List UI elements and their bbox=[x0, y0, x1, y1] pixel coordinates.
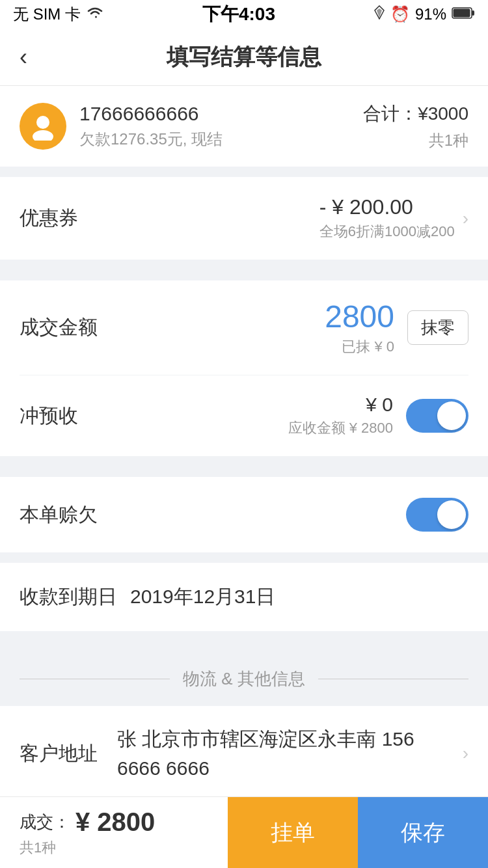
bottom-summary: 成交： ¥ 2800 共1种 bbox=[0, 807, 228, 858]
bottom-deal-label: 成交： bbox=[20, 811, 70, 834]
svg-rect-1 bbox=[472, 10, 474, 16]
svg-point-3 bbox=[36, 116, 49, 129]
total-label: 合计： bbox=[363, 103, 418, 124]
separator-4 bbox=[0, 631, 488, 642]
coupon-section[interactable]: 优惠券 - ¥ 200.00 全场6折满1000减200 › bbox=[0, 177, 488, 260]
prepay-value: ¥ 0 bbox=[288, 394, 393, 416]
bottom-bar: 成交： ¥ 2800 共1种 挂单 保存 bbox=[0, 796, 488, 868]
save-button[interactable]: 保存 bbox=[358, 797, 488, 869]
round-button[interactable]: 抹零 bbox=[407, 310, 468, 345]
rounded-desc: 已抹 ¥ 0 bbox=[325, 337, 394, 357]
total-amount: 合计：¥3000 bbox=[363, 102, 468, 126]
deal-amount-label: 成交金额 bbox=[20, 314, 98, 341]
battery-icon bbox=[452, 5, 475, 23]
prepay-label: 冲预收 bbox=[20, 403, 78, 429]
avatar bbox=[20, 103, 66, 150]
deal-amount-right: 2800 已抹 ¥ 0 抹零 bbox=[325, 299, 468, 357]
user-info: 17666666666 欠款1276.35元, 现结 bbox=[79, 103, 223, 150]
hang-order-button[interactable]: 挂单 bbox=[228, 797, 358, 869]
separator-3 bbox=[0, 552, 488, 563]
wifi-icon bbox=[86, 5, 104, 23]
main-content: 17666666666 欠款1276.35元, 现结 合计：¥3000 共1种 … bbox=[0, 86, 488, 868]
back-button[interactable]: ‹ bbox=[20, 44, 59, 71]
coupon-label: 优惠券 bbox=[20, 205, 78, 232]
user-debt: 欠款1276.35元, 现结 bbox=[79, 129, 223, 150]
status-time: 下午4:03 bbox=[202, 2, 275, 27]
coupon-value: - ¥ 200.00 bbox=[319, 195, 455, 219]
coupon-chevron-icon: › bbox=[463, 208, 468, 229]
logistics-line-right bbox=[318, 679, 468, 679]
nav-bar: ‹ 填写结算等信息 bbox=[0, 29, 488, 86]
duedate-value: 2019年12月31日 bbox=[130, 584, 275, 610]
alarm-icon: ⏰ bbox=[390, 5, 410, 23]
baoqian-row: 本单赊欠 bbox=[20, 477, 468, 552]
baoqian-label: 本单赊欠 bbox=[20, 502, 98, 528]
logistics-header: 物流 & 其他信息 bbox=[0, 652, 488, 706]
prepay-amount-area: ¥ 0 应收金额 ¥ 2800 bbox=[288, 394, 393, 438]
svg-rect-2 bbox=[453, 9, 470, 18]
location-icon bbox=[373, 5, 385, 23]
separator-1 bbox=[0, 270, 488, 280]
coupon-desc: 全场6折满1000减200 bbox=[319, 222, 455, 241]
sim-status: 无 SIM 卡 bbox=[13, 4, 81, 25]
address-label: 客户地址 bbox=[20, 740, 104, 767]
coupon-value-area: - ¥ 200.00 全场6折满1000减200 bbox=[319, 195, 455, 241]
address-section[interactable]: 客户地址 张 北京市市辖区海淀区永丰南 156 6666 6666 › bbox=[0, 706, 488, 801]
status-left: 无 SIM 卡 bbox=[13, 4, 104, 25]
logistics-line-left bbox=[20, 679, 170, 679]
baoqian-toggle-thumb bbox=[437, 500, 466, 529]
logistics-label: 物流 & 其他信息 bbox=[183, 668, 305, 690]
prepay-row: 冲预收 ¥ 0 应收金额 ¥ 2800 bbox=[20, 375, 468, 456]
total-count: 共1种 bbox=[363, 130, 468, 151]
duedate-label: 收款到期日 bbox=[20, 584, 117, 610]
user-left: 17666666666 欠款1276.35元, 现结 bbox=[20, 103, 223, 150]
page-title: 填写结算等信息 bbox=[167, 42, 321, 72]
duedate-section: 收款到期日 2019年12月31日 bbox=[0, 563, 488, 631]
separator-2 bbox=[0, 456, 488, 467]
address-chevron-icon: › bbox=[463, 743, 468, 764]
user-right: 合计：¥3000 共1种 bbox=[363, 102, 468, 151]
prepay-toggle[interactable] bbox=[406, 399, 468, 433]
toggle-thumb bbox=[437, 401, 466, 430]
bottom-deal-amount: ¥ 2800 bbox=[75, 807, 155, 837]
amount-section: 成交金额 2800 已抹 ¥ 0 抹零 冲预收 ¥ 0 应收金额 ¥ 2800 bbox=[0, 280, 488, 456]
deal-amount-row: 成交金额 2800 已抹 ¥ 0 抹零 bbox=[20, 280, 468, 375]
deal-amount-value: 2800 bbox=[325, 299, 394, 334]
bottom-count: 共1种 bbox=[20, 838, 208, 858]
svg-point-4 bbox=[33, 130, 53, 141]
total-value: ¥3000 bbox=[418, 103, 468, 124]
duedate-row: 收款到期日 2019年12月31日 bbox=[20, 563, 468, 631]
prepay-right: ¥ 0 应收金额 ¥ 2800 bbox=[288, 394, 468, 438]
bottom-amount-row: 成交： ¥ 2800 bbox=[20, 807, 208, 837]
baoqian-section: 本单赊欠 bbox=[0, 477, 488, 552]
deal-amount-value-area: 2800 已抹 ¥ 0 bbox=[325, 299, 394, 357]
status-bar: 无 SIM 卡 下午4:03 ⏰ 91% bbox=[0, 0, 488, 29]
coupon-right: - ¥ 200.00 全场6折满1000减200 › bbox=[319, 195, 468, 241]
baoqian-toggle[interactable] bbox=[406, 498, 468, 532]
user-section: 17666666666 欠款1276.35元, 现结 合计：¥3000 共1种 bbox=[0, 86, 488, 167]
address-value: 张 北京市市辖区海淀区永丰南 156 6666 6666 bbox=[104, 724, 463, 783]
user-phone: 17666666666 bbox=[79, 103, 223, 125]
battery-percent: 91% bbox=[415, 5, 446, 23]
prepay-desc: 应收金额 ¥ 2800 bbox=[288, 418, 393, 438]
status-right: ⏰ 91% bbox=[373, 5, 475, 23]
